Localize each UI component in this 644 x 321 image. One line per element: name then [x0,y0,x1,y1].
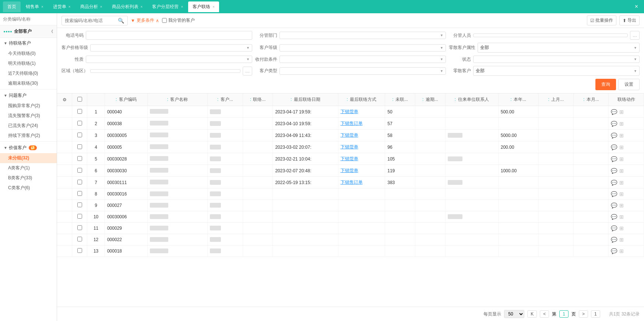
query-button[interactable]: 查询 [595,79,616,90]
tab-customer-segment[interactable]: 客户分层经营 × [148,1,187,12]
sidebar-group-problem[interactable]: ▼ 问题客户 [0,90,57,101]
message-icon[interactable]: 💬 [611,237,617,243]
retail-attr-select[interactable]: 全部 ▼ [478,43,640,53]
th-code[interactable]: : 客户编码 [105,94,147,106]
message-icon[interactable]: 💬 [611,180,617,186]
th-type[interactable]: : 客户... [208,94,243,106]
settings-gear-icon[interactable]: ⚙ [63,97,67,102]
message-icon[interactable]: 💬 [611,168,617,174]
row-checkbox[interactable] [77,144,82,149]
th-overdue[interactable]: : 逾期... [415,94,445,106]
row-last-way[interactable]: 下销售订单 [338,177,385,188]
message-icon[interactable]: 💬 [611,248,617,254]
row-check-cell[interactable] [72,165,87,177]
customer-type-select[interactable]: ▼ [279,67,446,75]
message-icon[interactable]: 💬 [611,121,617,127]
row-checkbox[interactable] [77,180,82,184]
last-page-button[interactable]: 1 [591,310,600,318]
grid-icon[interactable]: ⊞ [619,156,624,162]
sidebar-item-overdue-pending[interactable]: 逾期未联络(30) [0,78,57,88]
th-this-month[interactable]: : 本月... [574,94,609,106]
row-last-way[interactable] [338,246,385,257]
row-check-cell[interactable] [72,234,87,246]
row-last-way[interactable]: 下销货单 [338,130,385,141]
sidebar-item-7days-pending[interactable]: 近7天待联络(0) [0,68,57,78]
th-last-date[interactable]: : 最后联络日期 [273,94,338,106]
grid-icon[interactable]: ⊞ [619,180,624,186]
grid-icon[interactable]: ⊞ [619,168,624,174]
row-last-way[interactable]: 下销货单 [338,153,385,165]
reset-button[interactable]: 设置 [618,79,640,90]
manager-dots-button[interactable]: … [630,31,640,40]
th-this-year[interactable]: : 本年... [498,94,538,106]
row-last-way[interactable]: 下销货单 [338,106,385,118]
sales-tab-close[interactable]: × [41,5,43,9]
th-partner[interactable]: : 往来单位联系人 [445,94,498,106]
customer-segment-tab-close[interactable]: × [181,5,183,9]
region-dots-button[interactable]: … [243,67,252,75]
grid-icon[interactable]: ⊞ [619,202,624,208]
more-conditions-button[interactable]: ▼ 更多条件 ∧ [131,17,159,24]
row-checkbox[interactable] [77,156,82,161]
row-checkbox[interactable] [77,109,82,114]
sidebar-all-customers[interactable]: 全部客户 《 [0,25,57,38]
row-last-way[interactable] [338,223,385,234]
message-icon[interactable]: 💬 [611,202,617,208]
row-last-way[interactable] [338,211,385,223]
row-last-way[interactable]: 下销货单 [338,165,385,177]
th-contact[interactable]: : 联络... [243,94,273,106]
row-check-cell[interactable] [72,211,87,223]
customer-contact-tab-close[interactable]: × [212,5,215,9]
nature-select[interactable]: ▼ [86,56,252,63]
manager-filter-select[interactable] [473,33,628,37]
row-check-cell[interactable] [72,141,87,153]
tab-home[interactable]: 首页 [3,1,21,12]
tab-customer-contact[interactable]: 客户联络 × [188,1,219,12]
my-customers-filter[interactable]: 我分管的客户 [162,17,195,24]
retail-customer-select[interactable]: 全部 ▼ [473,66,640,76]
grid-icon[interactable]: ⊞ [619,109,624,115]
row-check-cell[interactable] [72,177,87,188]
th-unlinked[interactable]: : 未联... [385,94,415,106]
row-checkbox[interactable] [77,133,82,137]
message-icon[interactable]: 💬 [611,225,617,231]
export-button[interactable]: ⬆ 导出 [619,15,640,25]
close-all-button[interactable]: × [632,3,641,10]
row-checkbox[interactable] [77,248,82,253]
sidebar-item-ungrouped[interactable]: 未分组(32) [0,153,57,163]
message-icon[interactable]: 💬 [611,133,617,138]
row-check-cell[interactable] [72,106,87,118]
row-last-way[interactable] [338,200,385,211]
row-checkbox[interactable] [77,225,82,230]
row-check-cell[interactable] [72,118,87,130]
row-check-cell[interactable] [72,130,87,141]
batch-operation-button[interactable]: ☑ 批量操作 [587,15,616,25]
my-customers-checkbox[interactable] [162,18,167,23]
grid-icon[interactable]: ⊞ [619,237,624,243]
th-name[interactable]: : 客户名称 [147,94,208,106]
grid-icon[interactable]: ⊞ [619,191,624,197]
sidebar-group-value[interactable]: ▼ 价值客户 🔁 [0,142,57,153]
prev-page-button[interactable]: < [540,310,549,318]
message-icon[interactable]: 💬 [611,214,617,220]
sidebar-search-input[interactable] [3,17,57,22]
sidebar-item-c-class[interactable]: C类客户(6) [0,183,57,193]
row-checkbox[interactable] [77,214,82,219]
sidebar-item-churned[interactable]: 已流失客户(24) [0,121,57,131]
row-check-cell[interactable] [72,246,87,257]
payment-select[interactable]: ▼ [279,56,446,63]
sidebar-item-declining[interactable]: 持续下滑客户(2) [0,131,57,141]
row-checkbox[interactable] [77,191,82,196]
price-level-select[interactable]: ▼ [90,44,252,52]
row-last-way[interactable] [338,234,385,246]
sidebar-group-pending[interactable]: ▼ 待联络客户 [0,38,57,49]
grid-icon[interactable]: ⊞ [619,248,624,254]
sidebar-item-b-class[interactable]: B类客户(33) [0,173,57,183]
page-size-select[interactable]: 50 20 100 [504,310,524,318]
tab-sales[interactable]: 销售单 × [21,1,48,12]
grid-icon[interactable]: ⊞ [619,121,624,127]
customer-level-select[interactable]: ▼ [279,44,446,52]
sidebar-item-a-class[interactable]: A类客户(1) [0,163,57,173]
row-check-cell[interactable] [72,153,87,165]
tab-product-analysis-list[interactable]: 商品分析列表 × [108,1,147,12]
